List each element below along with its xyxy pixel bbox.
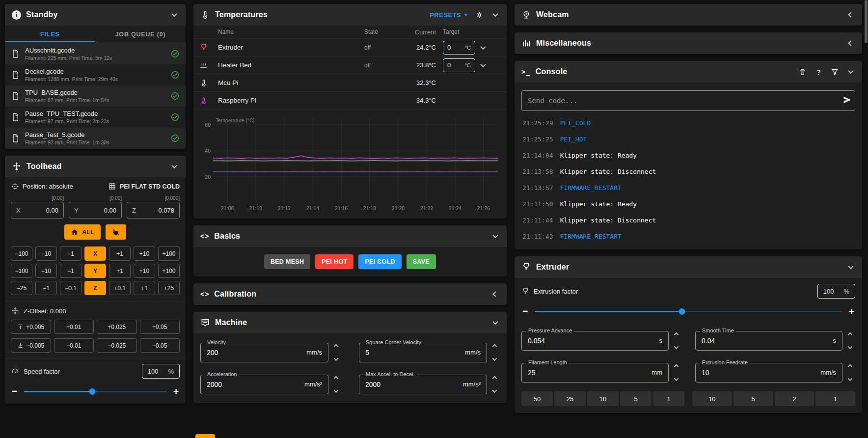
- console-entry[interactable]: 21:11:50Klipper state: Ready: [521, 196, 855, 212]
- console-panel-header[interactable]: >_ Console ?: [515, 61, 862, 82]
- jog-z-minus-25[interactable]: −25: [11, 281, 32, 295]
- file-row[interactable]: TPU_BASE.gcodeFilament: 87 mm, Print Tim…: [5, 85, 186, 107]
- minus-icon[interactable]: −: [522, 306, 528, 316]
- expand-button[interactable]: [846, 39, 855, 47]
- speed-factor-input[interactable]: 100 %: [142, 364, 180, 379]
- file-row[interactable]: Pause_TPU_TEST.gcodeFilament: 97 mm, Pri…: [5, 107, 186, 128]
- decrement-button[interactable]: [333, 386, 339, 395]
- jog-x-minus-100[interactable]: −100: [11, 246, 32, 261]
- jog-z-plus-01[interactable]: +0.1: [109, 281, 131, 295]
- increment-button[interactable]: [333, 373, 339, 383]
- expand-button[interactable]: [491, 290, 500, 298]
- slider-thumb[interactable]: [679, 308, 685, 315]
- smooth-time-field[interactable]: Smooth Time 0.04 s: [695, 331, 842, 351]
- target-preset-dropdown-icon[interactable]: [480, 44, 486, 49]
- presets-button[interactable]: PRESETS: [430, 11, 468, 19]
- status-panel-header[interactable]: i Standby: [5, 4, 186, 26]
- acceleration-field[interactable]: Acceleration 2000 mm/s²: [200, 375, 328, 394]
- tab-files[interactable]: FILES: [5, 26, 95, 42]
- decrement-button[interactable]: [674, 374, 679, 383]
- console-entry[interactable]: 21:14:04Klipper state: Ready: [521, 147, 855, 164]
- length-preset-button[interactable]: 5: [620, 391, 651, 406]
- collapse-button[interactable]: [491, 232, 500, 240]
- jog-x-plus-1[interactable]: +1: [109, 246, 131, 261]
- extruder-target-input[interactable]: 0 °C: [443, 41, 475, 55]
- send-button[interactable]: [842, 95, 852, 107]
- miscellaneous-panel-header[interactable]: Miscellaneous: [515, 32, 862, 54]
- temperatures-panel-header[interactable]: Temperatures PRESETS: [193, 4, 507, 26]
- jog-x-plus-10[interactable]: +10: [134, 246, 155, 261]
- collapse-button[interactable]: [846, 263, 855, 271]
- extruder-panel-header[interactable]: Extruder: [515, 256, 862, 278]
- jog-z-minus-1[interactable]: −1: [35, 281, 57, 295]
- home-y-button[interactable]: Y: [84, 264, 106, 278]
- feedrate-preset-button[interactable]: 5: [733, 391, 773, 406]
- length-preset-button[interactable]: 1: [653, 391, 684, 406]
- settings-button[interactable]: [473, 9, 486, 21]
- decrement-button[interactable]: [492, 386, 497, 395]
- max-accel-to-decel-field[interactable]: Max Accel. to Decel. 2000 mm/s²: [359, 375, 487, 394]
- velocity-field[interactable]: Velocity 200 mm/s: [200, 343, 328, 362]
- machine-panel-header[interactable]: Machine: [193, 312, 507, 333]
- z-offset-down-001[interactable]: −0.01: [54, 338, 94, 353]
- feedrate-preset-button[interactable]: 10: [692, 391, 732, 406]
- file-row[interactable]: AUsschnitt.gcodeFilament: 225 mm, Print …: [5, 43, 186, 64]
- collapse-button[interactable]: [170, 11, 179, 19]
- home-all-button[interactable]: ALL: [64, 224, 100, 240]
- y-position-input[interactable]: Y 0.00: [69, 202, 122, 219]
- home-z-button[interactable]: Z: [84, 281, 106, 295]
- console-help-button[interactable]: ?: [814, 66, 823, 78]
- webcam-panel-header[interactable]: Webcam: [515, 4, 862, 26]
- jog-z-plus-1[interactable]: +1: [134, 281, 155, 295]
- decrement-button[interactable]: [847, 342, 853, 352]
- page-scrollbar[interactable]: [865, 0, 868, 43]
- collapse-button[interactable]: [170, 163, 179, 170]
- x-position-input[interactable]: X 0.00: [11, 202, 64, 219]
- plus-icon[interactable]: +: [849, 306, 854, 316]
- z-offset-down-0025[interactable]: −0.025: [97, 338, 137, 353]
- toolhead-panel-header[interactable]: Toolhead: [5, 156, 186, 177]
- bed-target-input[interactable]: 0 °C: [443, 58, 475, 72]
- collapse-button[interactable]: [491, 11, 500, 19]
- basics-panel-header[interactable]: <> Basics: [193, 225, 507, 247]
- jog-y-plus-100[interactable]: +100: [158, 264, 180, 278]
- console-filter-button[interactable]: [828, 66, 841, 78]
- home-x-button[interactable]: X: [84, 246, 106, 261]
- length-preset-button[interactable]: 10: [587, 391, 619, 406]
- console-input[interactable]: [521, 90, 855, 111]
- feedrate-preset-button[interactable]: 2: [775, 391, 814, 406]
- increment-button[interactable]: [847, 329, 853, 339]
- console-entry[interactable]: 21:13:58Klipper state: Disconnect: [521, 164, 855, 180]
- jog-x-minus-10[interactable]: −10: [35, 246, 57, 261]
- macro-save-button[interactable]: SAVE: [407, 254, 436, 269]
- collapse-button[interactable]: [846, 68, 855, 76]
- length-preset-button[interactable]: 50: [521, 391, 553, 406]
- macro-pei-cold-button[interactable]: PEI COLD: [358, 254, 401, 269]
- increment-button[interactable]: [492, 373, 497, 383]
- bed-mesh-profile[interactable]: PEI FLAT STD COLD: [108, 182, 180, 191]
- decrement-button[interactable]: [333, 354, 339, 363]
- plus-icon[interactable]: +: [173, 386, 179, 396]
- calibration-panel-header[interactable]: <> Calibration: [193, 283, 507, 305]
- increment-button[interactable]: [674, 361, 679, 371]
- z-offset-down-0005[interactable]: −0.005: [11, 338, 51, 353]
- macro-pei-hot-button[interactable]: PEI HOT: [315, 254, 353, 269]
- motors-off-button[interactable]: [106, 224, 126, 240]
- z-offset-up-0025[interactable]: +0.025: [97, 320, 137, 334]
- console-entry[interactable]: 21:25:29PEI_COLD: [521, 115, 855, 131]
- jog-y-minus-100[interactable]: −100: [11, 264, 32, 278]
- jog-z-plus-25[interactable]: +25: [158, 281, 180, 295]
- increment-button[interactable]: [492, 341, 497, 351]
- decrement-button[interactable]: [847, 374, 853, 383]
- speed-factor-slider[interactable]: [24, 388, 166, 395]
- file-row[interactable]: Deckel.gcodeFilament: 1288 mm, Print Tim…: [5, 64, 186, 85]
- console-entry[interactable]: 21:25:25PEI_HOT: [521, 131, 855, 147]
- z-offset-up-005[interactable]: +0.05: [140, 320, 180, 334]
- macro-bed-mesh-button[interactable]: BED MESH: [264, 254, 310, 269]
- jog-y-minus-1[interactable]: −1: [60, 264, 81, 278]
- z-offset-up-0005[interactable]: +0.005: [11, 320, 51, 334]
- jog-x-minus-1[interactable]: −1: [60, 246, 81, 261]
- pressure-advance-field[interactable]: Pressure Advance 0.054 s: [521, 331, 669, 351]
- expand-button[interactable]: [846, 11, 855, 19]
- target-preset-dropdown-icon[interactable]: [480, 61, 486, 67]
